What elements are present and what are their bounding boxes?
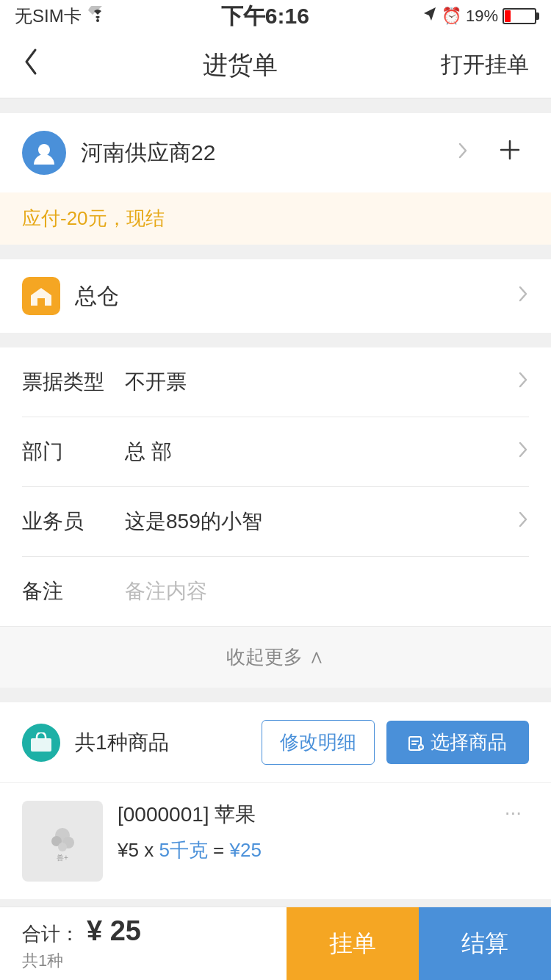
checkout-label: 结算 — [461, 928, 508, 960]
select-product-button[interactable]: 选择商品 — [386, 721, 529, 764]
section-gap-4 — [0, 688, 551, 702]
supplier-name: 河南供应商22 — [81, 138, 457, 168]
alert-text: 应付-20元，现结 — [22, 207, 165, 229]
warehouse-icon — [22, 277, 60, 315]
total-count: 共1种 — [22, 950, 264, 972]
product-code: [0000001] — [118, 803, 209, 826]
product-thumbnail: 兽+ — [22, 801, 103, 882]
hang-button[interactable]: 挂单 — [287, 907, 419, 980]
supplier-section: 河南供应商22 应付-20元，现结 — [0, 113, 551, 245]
product-total: ¥25 — [230, 839, 262, 861]
supplier-avatar — [22, 131, 66, 175]
wifi-icon — [87, 6, 108, 26]
page-title: 进货单 — [203, 48, 278, 82]
alert-bar: 应付-20元，现结 — [0, 192, 551, 245]
warehouse-section: 总仓 — [0, 259, 551, 333]
remark-input[interactable]: 备注内容 — [110, 577, 529, 605]
remark-label: 备注 — [22, 577, 110, 605]
product-qty: 5千克 — [159, 839, 207, 861]
total-area: 合计： ¥ 25 共1种 — [0, 907, 287, 980]
warehouse-row[interactable]: 总仓 — [0, 259, 551, 333]
svg-point-1 — [38, 144, 50, 156]
status-time: 下午6:16 — [221, 1, 309, 32]
total-label: 合计： — [22, 921, 79, 947]
product-unit-price: ¥5 — [118, 839, 139, 861]
invoice-row[interactable]: 票据类型 不开票 — [0, 347, 551, 417]
svg-point-9 — [58, 843, 67, 851]
back-button[interactable] — [22, 47, 40, 83]
sales-value: 这是859的小智 — [110, 508, 517, 536]
invoice-value: 不开票 — [110, 368, 517, 396]
dept-label: 部门 — [22, 438, 110, 466]
add-supplier-button[interactable] — [491, 137, 529, 168]
bottom-bar: 合计： ¥ 25 共1种 挂单 结算 — [0, 907, 551, 980]
edit-detail-button[interactable]: 修改明细 — [262, 720, 375, 765]
status-bar: 无SIM卡 下午6:16 ⏰ 19% — [0, 0, 551, 32]
product-title: 苹果 — [215, 803, 256, 826]
checkout-button[interactable]: 结算 — [419, 907, 551, 980]
alarm-icon: ⏰ — [442, 7, 461, 26]
nav-bar: 进货单 打开挂单 — [0, 32, 551, 98]
invoice-label: 票据类型 — [22, 368, 110, 396]
product-item: 兽+ [0000001] 苹果 ¥5 x 5千克 = ¥25 ··· — [0, 782, 551, 899]
svg-rect-3 — [31, 738, 51, 752]
svg-point-0 — [96, 19, 99, 22]
collapse-text: 收起更多 ∧ — [226, 646, 324, 668]
products-header: 共1种商品 修改明细 选择商品 — [0, 702, 551, 782]
product-name: [0000001] 苹果 — [118, 801, 497, 829]
supplier-chevron-icon — [457, 141, 469, 165]
section-gap-3 — [0, 333, 551, 347]
section-gap-1 — [0, 98, 551, 113]
remark-row[interactable]: 备注 备注内容 — [0, 557, 551, 626]
warehouse-name: 总仓 — [75, 281, 517, 311]
svg-rect-2 — [37, 298, 45, 306]
sales-label: 业务员 — [22, 508, 110, 536]
dept-chevron-icon — [517, 440, 529, 464]
open-hang-button[interactable]: 打开挂单 — [441, 50, 529, 80]
invoice-chevron-icon — [517, 370, 529, 394]
dept-value: 总 部 — [110, 438, 517, 466]
products-section: 共1种商品 修改明细 选择商品 兽+ — [0, 702, 551, 899]
battery-icon — [503, 8, 536, 24]
warehouse-chevron-icon — [517, 284, 529, 309]
select-product-label: 选择商品 — [431, 729, 507, 755]
status-bar-left: 无SIM卡 — [15, 4, 108, 28]
battery-percent: 19% — [466, 7, 498, 26]
product-more-button[interactable]: ··· — [497, 801, 529, 824]
products-count: 共1种商品 — [75, 729, 262, 757]
collapse-bar[interactable]: 收起更多 ∧ — [0, 626, 551, 688]
location-icon — [422, 6, 437, 26]
total-amount: ¥ 25 — [87, 915, 141, 947]
carrier-label: 无SIM卡 — [15, 4, 82, 28]
hang-label: 挂单 — [329, 928, 376, 960]
status-bar-right: ⏰ 19% — [422, 6, 536, 26]
product-info: [0000001] 苹果 ¥5 x 5千克 = ¥25 — [118, 801, 497, 863]
products-icon — [22, 724, 60, 762]
section-gap-2 — [0, 245, 551, 259]
product-price: ¥5 x 5千克 = ¥25 — [118, 837, 497, 863]
form-section: 票据类型 不开票 部门 总 部 业务员 这是859的小智 — [0, 347, 551, 688]
sales-row[interactable]: 业务员 这是859的小智 — [0, 487, 551, 556]
supplier-row[interactable]: 河南供应商22 — [0, 113, 551, 192]
sales-chevron-icon — [517, 510, 529, 534]
svg-text:兽+: 兽+ — [57, 854, 68, 862]
dept-row[interactable]: 部门 总 部 — [0, 417, 551, 486]
